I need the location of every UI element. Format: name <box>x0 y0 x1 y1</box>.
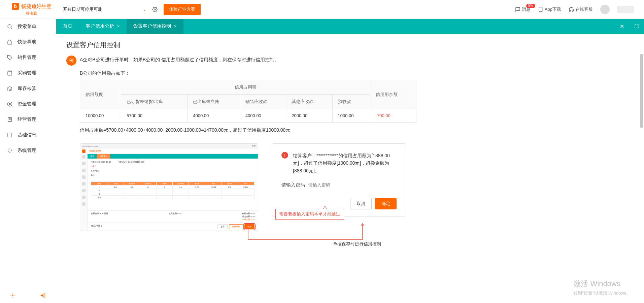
info-icon <box>7 132 13 138</box>
top-header: b 畅捷通好生意 标准版 开账日期可停用可删 ⌄ 体验行业方案 消息 99+ A… <box>0 0 644 19</box>
headset-icon <box>569 7 574 12</box>
credit-table: 信用额度 信用占用额 信用用余额 已订货未销货/出库 已出库未立账 销售应收款 … <box>80 80 416 123</box>
experience-industry-button[interactable]: 体验行业方案 <box>164 4 201 15</box>
mock-code: SA-20201113-003 <box>128 161 144 163</box>
svg-point-0 <box>154 9 156 10</box>
sidebar-item-sales[interactable]: 销售管理 <box>0 50 56 65</box>
mock-date: 2020-11-13 <box>101 161 111 163</box>
cancel-button[interactable]: 取消 <box>350 198 372 209</box>
mock-title: 销货单 [新增] <box>89 149 101 153</box>
tab-label: 设置客户信用控制 <box>133 23 171 29</box>
money-icon <box>7 101 13 107</box>
chevron-down-icon: ⌄ <box>143 7 146 12</box>
home-icon <box>7 39 13 45</box>
tab-label: 首页 <box>63 23 72 29</box>
th-out: 已出库未立账 <box>188 95 240 109</box>
logo-area: b 畅捷通好生意 标准版 <box>0 3 56 16</box>
scrollbar-thumb[interactable] <box>640 54 643 128</box>
settings-icon <box>7 147 13 154</box>
tab-label: 客户信用分析 <box>86 23 114 29</box>
clipboard-icon <box>7 116 13 123</box>
sidebar-item-label: 系统管理 <box>18 147 36 154</box>
cart-icon <box>7 70 13 76</box>
fullscreen-icon[interactable] <box>629 19 644 34</box>
sidebar-item-label: 基础信息 <box>18 132 36 138</box>
svg-point-15 <box>8 149 12 153</box>
th-credit-used: 信用占用额 <box>121 80 370 95</box>
chat-icon <box>515 7 520 12</box>
td-other-recv: 2000.00 <box>286 109 332 123</box>
page-title: 设置客户信用控制 <box>66 40 634 49</box>
mock-date-label: 单据日期 <box>92 161 100 163</box>
sidebar-item-business[interactable]: 经营管理 <box>0 112 56 127</box>
sidebar-item-label: 经营管理 <box>18 116 36 123</box>
password-label: 请输入密码 <box>281 182 305 188</box>
main-area: 首页 客户信用分析 ✕ 设置客户信用控制 ✕ ✕ 设置客户信用控制 例 A企对B… <box>56 19 644 303</box>
user-name-placeholder[interactable] <box>617 6 634 13</box>
sales-order-screenshot: cloud.chanjet.com 更新 销货单 [新增] <box>80 143 258 231</box>
search-icon <box>7 24 13 30</box>
settings-gear-icon[interactable] <box>10 293 15 298</box>
collapse-sidebar-icon[interactable]: ◂ǁ <box>40 292 46 298</box>
mock-customer: 客户 <box>92 165 96 167</box>
warning-icon: ! <box>281 152 288 159</box>
sidebar-item-quicknav[interactable]: 快捷导航 <box>0 34 56 50</box>
sidebar: 搜索菜单 快捷导航 销售管理 采购管理 库存核算 资金管理 经营管理 基础信息 <box>0 19 56 303</box>
tab-credit-analysis[interactable]: 客户信用分析 ✕ <box>79 19 127 34</box>
table-row: 10000.00 5700.00 4000.00 4000.00 2000.00… <box>80 109 416 123</box>
mock-logo-icon <box>82 149 86 153</box>
messages-button[interactable]: 消息 99+ <box>515 6 531 12</box>
sidebar-item-basicinfo[interactable]: 基础信息 <box>0 127 56 143</box>
th-ordered: 已订货未销货/出库 <box>121 95 188 109</box>
th-other-recv: 其他应收款 <box>286 95 332 109</box>
mock-save-button: 保存 <box>244 224 255 229</box>
messages-badge: 99+ <box>526 4 535 8</box>
td-balance: -700.00 <box>370 109 416 123</box>
th-balance: 信用用余额 <box>370 80 416 109</box>
sidebar-item-purchase[interactable]: 采购管理 <box>0 65 56 81</box>
app-logo-icon: b <box>12 3 19 10</box>
tab-home[interactable]: 首页 <box>56 19 79 34</box>
tag-icon <box>7 55 13 61</box>
sidebar-item-system[interactable]: 系统管理 <box>0 143 56 158</box>
tab-bar: 首页 客户信用分析 ✕ 设置客户信用控制 ✕ ✕ <box>56 19 644 34</box>
illustration-row: cloud.chanjet.com 更新 销货单 [新增] <box>80 143 634 231</box>
user-avatar[interactable] <box>600 5 610 14</box>
online-service-label: 在线客服 <box>575 6 593 12</box>
svg-point-16 <box>12 295 13 296</box>
warehouse-icon <box>7 86 13 92</box>
close-all-tabs-icon[interactable]: ✕ <box>614 19 629 34</box>
mobile-icon <box>538 7 543 12</box>
content-area: 设置客户信用控制 例 A企对B公司进行开单时，如果B公司的 信用占用额超过了信用… <box>56 34 644 303</box>
mock-code-label: 单据编号 <box>119 161 127 163</box>
close-icon[interactable]: ✕ <box>117 24 120 29</box>
scrollbar[interactable] <box>640 34 643 303</box>
sidebar-item-search[interactable]: 搜索菜单 <box>0 19 56 34</box>
password-input[interactable] <box>308 181 355 189</box>
callout-text: 需要老板输入密码本单才能通过 <box>279 211 340 216</box>
sidebar-item-label: 销售管理 <box>18 55 36 61</box>
gear-icon[interactable] <box>152 7 158 12</box>
sidebar-item-funds[interactable]: 资金管理 <box>0 96 56 112</box>
sidebar-item-label: 资金管理 <box>18 101 36 107</box>
sidebar-item-label: 搜索菜单 <box>18 24 36 30</box>
close-icon[interactable]: ✕ <box>174 24 177 29</box>
th-quota: 信用额度 <box>80 80 121 109</box>
dialog-message: 结算客户：************的信用占用额为[1888.00元]，超过了信用… <box>293 152 397 174</box>
td-quota: 10000.00 <box>80 109 121 123</box>
app-download-label: App下载 <box>545 6 561 12</box>
example-description: A企对B公司进行开单时，如果B公司的 信用占用额超过了信用额度，则在保存时进行信… <box>80 56 279 64</box>
example-badge-icon: 例 <box>66 56 76 66</box>
sidebar-item-inventory[interactable]: 库存核算 <box>0 81 56 96</box>
connector-label: 单据保存时进行信用控制 <box>80 241 634 247</box>
svg-rect-1 <box>539 7 542 11</box>
td-sales-recv: 4000.00 <box>240 109 286 123</box>
account-period-dropdown[interactable]: 开账日期可停用可删 ⌄ <box>63 6 146 12</box>
td-out: 4000.00 <box>188 109 240 123</box>
tab-credit-control[interactable]: 设置客户信用控制 ✕ <box>127 19 183 34</box>
app-download-button[interactable]: App下载 <box>538 6 561 12</box>
online-service-button[interactable]: 在线客服 <box>569 6 593 12</box>
credit-warning-dialog: ! 结算客户：************的信用占用额为[1888.00元]，超过了… <box>272 143 406 216</box>
ok-button[interactable]: 确定 <box>375 198 397 209</box>
mock-save-draft-button: 保存草稿 <box>229 224 243 229</box>
